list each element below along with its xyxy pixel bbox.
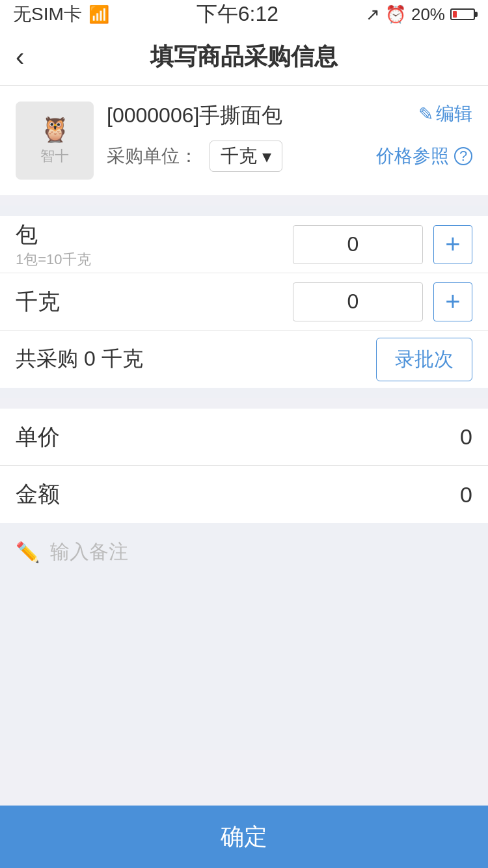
confirm-button[interactable]: 确定 <box>0 806 488 868</box>
unit-value: 千克 <box>221 144 257 169</box>
edit-icon: ✎ <box>418 103 433 125</box>
quantity-input-wrap-bag: + <box>120 225 472 264</box>
location-icon: ↗ <box>366 5 380 25</box>
amount-row: 金额 0 <box>0 466 488 523</box>
quantity-input-kg[interactable] <box>293 282 423 321</box>
content: 🦉 智十 [0000006]手撕面包 ✎ 编辑 采购单位： 千克 ▾ <box>0 86 488 750</box>
record-batch-button[interactable]: 录批次 <box>376 338 472 381</box>
section-divider-1 <box>0 206 488 216</box>
quantity-label-kg: 千克 <box>16 287 120 317</box>
remark-icon: ✏️ <box>16 541 40 563</box>
back-button[interactable]: ‹ <box>16 42 24 72</box>
battery-icon <box>450 8 475 20</box>
total-label: 共采购 0 千克 <box>16 345 143 373</box>
product-image: 🦉 智十 <box>16 102 94 180</box>
amount-label: 金额 <box>16 480 60 509</box>
wifi-icon: 📶 <box>88 5 109 25</box>
unit-select-dropdown[interactable]: 千克 ▾ <box>210 141 282 172</box>
status-left: 无SIM卡 📶 <box>13 2 109 27</box>
quantity-row-kg: 千克 + <box>0 273 488 331</box>
dropdown-arrow-icon: ▾ <box>262 146 271 167</box>
product-unit-row: 采购单位： 千克 ▾ 价格参照 ? <box>107 141 472 172</box>
alarm-icon: ⏰ <box>385 5 406 25</box>
product-name: [0000006]手撕面包 <box>107 102 282 130</box>
quantity-row-bag: 包 1包=10千克 + <box>0 216 488 273</box>
quantity-plus-kg[interactable]: + <box>433 282 472 321</box>
unit-prefix: 采购单位： <box>107 144 198 169</box>
price-section: 单价 0 金额 0 <box>0 409 488 523</box>
remark-section[interactable]: ✏️ 输入备注 <box>0 523 488 581</box>
unit-price-label: 单价 <box>16 422 60 452</box>
quantity-plus-bag[interactable]: + <box>433 225 472 264</box>
time-label: 下午6:12 <box>197 0 278 29</box>
carrier-label: 无SIM卡 <box>13 2 82 27</box>
unit-price-value: 0 <box>460 424 472 450</box>
product-info: [0000006]手撕面包 ✎ 编辑 采购单位： 千克 ▾ 价格参照 <box>107 102 472 172</box>
quantity-section: 包 1包=10千克 + 千克 + <box>0 216 488 331</box>
price-ref-help-icon: ? <box>454 147 472 165</box>
price-ref-button[interactable]: 价格参照 ? <box>376 144 472 169</box>
product-card: 🦉 智十 [0000006]手撕面包 ✎ 编辑 采购单位： 千克 ▾ <box>0 86 488 195</box>
quantity-label-bag: 包 1包=10千克 <box>16 220 120 269</box>
remark-placeholder: 输入备注 <box>50 539 128 565</box>
bottom-filler <box>0 581 488 750</box>
page-title: 填写商品采购信息 <box>150 41 338 73</box>
amount-value: 0 <box>460 482 472 508</box>
edit-button[interactable]: ✎ 编辑 <box>418 102 472 126</box>
quantity-input-bag[interactable] <box>293 225 423 264</box>
status-bar: 无SIM卡 📶 下午6:12 ↗ ⏰ 20% <box>0 0 488 29</box>
section-divider-2 <box>0 388 488 398</box>
product-image-label: 智十 <box>40 146 69 166</box>
unit-price-row: 单价 0 <box>0 409 488 466</box>
status-right: ↗ ⏰ 20% <box>366 5 475 25</box>
quantity-input-wrap-kg: + <box>120 282 472 321</box>
total-row: 共采购 0 千克 录批次 <box>0 331 488 388</box>
product-top-row: [0000006]手撕面包 ✎ 编辑 <box>107 102 472 130</box>
battery-pct: 20% <box>411 5 445 25</box>
nav-bar: ‹ 填写商品采购信息 <box>0 29 488 86</box>
